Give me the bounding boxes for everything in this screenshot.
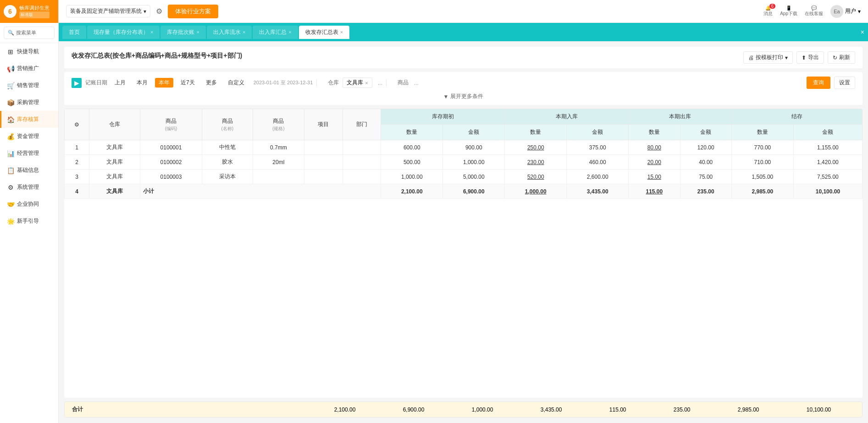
row-in-amt: 375.00	[567, 140, 629, 155]
sidebar-item-baseinfo[interactable]: 📋 基础信息	[0, 162, 58, 179]
sidebar-item-collab[interactable]: 🤝 企业协同	[0, 196, 58, 213]
marketing-icon: 📢	[7, 65, 14, 72]
row-in-qty[interactable]: 230.00	[505, 155, 567, 170]
row-out-qty[interactable]: 15.00	[629, 170, 680, 184]
tab-batch-ledger[interactable]: 库存批次账 ×	[160, 26, 205, 39]
filter-date-last-month[interactable]: 上月	[111, 78, 129, 88]
subtotal-opening-amt: 6,900.00	[443, 184, 505, 199]
export-btn[interactable]: ⬆ 导出	[796, 51, 824, 64]
user-chevron-icon: ▾	[858, 8, 861, 15]
message-icon-btn[interactable]: 🔔 6 消息	[763, 5, 773, 17]
row-project	[304, 140, 343, 155]
print-template-btn[interactable]: 🖨 按模板打印 ▾	[743, 51, 793, 64]
filter-arrow-btn[interactable]: ▶	[72, 78, 82, 88]
row-in-qty[interactable]: 250.00	[505, 140, 567, 155]
sidebar-item-system[interactable]: ⚙ 系统管理	[0, 179, 58, 196]
filter-actions: 查询 设置	[807, 77, 855, 89]
expand-more-conditions-btn[interactable]: ▼ 展开更多条件	[443, 93, 484, 100]
tab-receive-send-summary[interactable]: 收发存汇总表 ×	[299, 26, 349, 39]
sidebar-item-guide[interactable]: 🌟 新手引导	[0, 213, 58, 230]
row-in-qty[interactable]: 520.00	[505, 170, 567, 184]
filter-date-more[interactable]: 更多	[202, 78, 221, 88]
th-settings[interactable]: ⚙	[65, 109, 89, 140]
search-menu-button[interactable]: 🔍 搜索菜单	[4, 27, 55, 39]
th-closing: 结存	[731, 109, 862, 125]
settings-gear-icon[interactable]: ⚙	[156, 7, 162, 16]
th-product-name: 商品(名称)	[202, 109, 253, 140]
logo-title: 畅库调好生意	[19, 5, 50, 11]
th-out-qty: 数量	[629, 125, 680, 140]
table-row: 1 文具库 0100001 中性笔 0.7mm 600.00 900.00 25…	[65, 140, 862, 155]
main-area: 装备及固定资产辅助管理系统 ▾ ⚙ 体验行业方案 🔔 6 消息 📱 App下载 …	[59, 0, 868, 423]
subtotal-in-qty[interactable]: 1,000.00	[505, 184, 567, 199]
row-product-code: 0100001	[140, 140, 202, 155]
filter-divider-1	[316, 79, 317, 87]
export-icon: ⬆	[802, 55, 806, 61]
user-menu[interactable]: Ea 用户 ▾	[830, 5, 861, 18]
row-warehouse: 文具库	[89, 140, 140, 155]
topbar: 装备及固定资产辅助管理系统 ▾ ⚙ 体验行业方案 🔔 6 消息 📱 App下载 …	[59, 0, 868, 23]
row-out-amt: 40.00	[680, 155, 731, 170]
sidebar-item-marketing[interactable]: 📢 营销推广	[0, 60, 58, 77]
tab-close-in-out-flow[interactable]: ×	[243, 29, 245, 35]
filter-settings-btn[interactable]: 设置	[834, 77, 855, 89]
query-btn[interactable]: 查询	[807, 77, 830, 89]
filter-date-custom[interactable]: 自定义	[224, 78, 248, 88]
product-more-btn[interactable]: ...	[414, 80, 419, 86]
row-index: 3	[65, 170, 89, 184]
sidebar-item-quick-nav[interactable]: ⊞ 快捷导航	[0, 43, 58, 60]
search-icon: 🔍	[8, 30, 14, 36]
row-out-qty[interactable]: 20.00	[629, 155, 680, 170]
row-out-qty[interactable]: 80.00	[629, 140, 680, 155]
tab-close-receive-send-summary[interactable]: ×	[340, 29, 343, 35]
purchase-icon: 📦	[7, 99, 14, 106]
filter-date-this-year[interactable]: 本年	[155, 78, 173, 88]
row-opening-amt: 900.00	[443, 140, 505, 155]
date-label: 记账日期	[85, 79, 107, 87]
sidebar-item-operation[interactable]: 📊 经营管理	[0, 145, 58, 162]
page-title: 收发存汇总表(按仓库+商品编码+商品+规格型号+项目+部门)	[72, 52, 242, 60]
tab-inventory-dist[interactable]: 现存量（库存分布表） ×	[87, 26, 160, 39]
tab-close-in-out-summary[interactable]: ×	[288, 29, 291, 35]
filter-date-this-month[interactable]: 本月	[133, 78, 151, 88]
sidebar-item-purchase[interactable]: 📦 采购管理	[0, 94, 58, 111]
row-product-name: 采访本	[202, 170, 253, 184]
row-closing-qty: 710.00	[731, 155, 793, 170]
row-product-code: 0100003	[140, 170, 202, 184]
system-icon: ⚙	[7, 184, 14, 191]
app-download-btn[interactable]: 📱 App下载	[780, 5, 797, 17]
subtotal-out-qty[interactable]: 115.00	[629, 184, 680, 199]
guide-icon: 🌟	[7, 218, 14, 225]
experience-btn[interactable]: 体验行业方案	[168, 5, 218, 18]
sidebar-nav: ⊞ 快捷导航 📢 营销推广 🛒 销售管理 📦 采购管理 🏠 库存核算 💰 资金管…	[0, 43, 58, 423]
row-out-amt: 75.00	[680, 170, 731, 184]
th-out: 本期出库	[629, 109, 732, 125]
print-chevron-icon: ▾	[785, 55, 788, 61]
refresh-btn[interactable]: ↻ 刷新	[828, 51, 855, 64]
warehouse-tag-close[interactable]: ×	[365, 80, 368, 86]
tab-close-inventory-dist[interactable]: ×	[150, 29, 153, 35]
table-row: 2 文具库 0100002 胶水 20ml 500.00 1,000.00 23…	[65, 155, 862, 170]
online-service-btn[interactable]: 💬 在线客服	[805, 5, 823, 17]
tab-home[interactable]: 首页	[62, 26, 86, 39]
row-opening-amt: 5,000.00	[443, 170, 505, 184]
sidebar-search: 🔍 搜索菜单	[0, 23, 58, 43]
tab-in-out-summary[interactable]: 出入库汇总 ×	[253, 26, 298, 39]
filter-date-7days[interactable]: 近7天	[177, 78, 199, 88]
sidebar-item-finance[interactable]: 💰 资金管理	[0, 128, 58, 145]
sidebar-item-inventory[interactable]: 🏠 库存核算	[0, 111, 58, 128]
inventory-icon: 🏠	[7, 116, 14, 123]
tab-in-out-flow[interactable]: 出入库流水 ×	[207, 26, 252, 39]
content-area: 收发存汇总表(按仓库+商品编码+商品+规格型号+项目+部门) 🖨 按模板打印 ▾…	[59, 41, 868, 423]
warehouse-more-btn[interactable]: ...	[378, 80, 382, 86]
tab-close-batch-ledger[interactable]: ×	[196, 29, 199, 35]
row-project	[304, 155, 343, 170]
th-out-amt: 金额	[680, 125, 731, 140]
close-all-tabs-icon[interactable]: ×	[861, 28, 864, 36]
sidebar-item-sales[interactable]: 🛒 销售管理	[0, 77, 58, 94]
warehouse-tag: 文具库 ×	[343, 77, 372, 88]
row-closing-qty: 770.00	[731, 140, 793, 155]
collab-icon: 🤝	[7, 201, 14, 208]
system-title-select[interactable]: 装备及固定资产辅助管理系统 ▾	[66, 5, 150, 17]
th-closing-qty: 数量	[731, 125, 793, 140]
